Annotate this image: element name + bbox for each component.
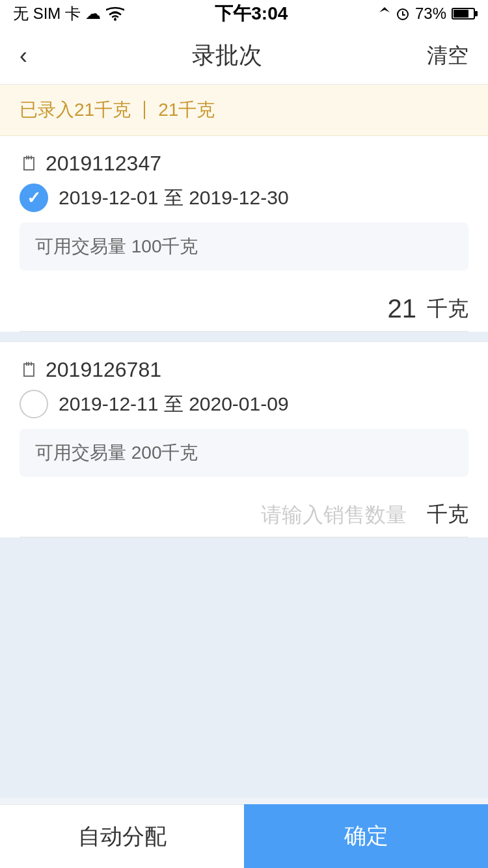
- status-time: 下午3:04: [215, 1, 288, 26]
- page-title: 录批次: [192, 40, 262, 72]
- batch-1-available: 可用交易量 100千克: [20, 223, 468, 271]
- batch-1-icon: 🗒: [20, 153, 39, 175]
- battery-icon: [452, 8, 475, 20]
- sim-label: 无 SIM 卡 ☁: [13, 3, 101, 24]
- status-bar: 无 SIM 卡 ☁ 下午3:04 73%: [0, 0, 488, 27]
- batch-item-1: 🗒 2019112347 2019-12-01 至 2019-12-30 可用交…: [0, 136, 488, 332]
- clear-button[interactable]: 清空: [427, 42, 468, 70]
- summary-amount: 21千克: [158, 98, 215, 122]
- battery-percent: 73%: [415, 5, 446, 23]
- empty-area: [0, 537, 488, 798]
- summary-divider: [144, 101, 145, 119]
- batch-1-id: 2019112347: [46, 152, 161, 176]
- batch-2-date-row: 2019-12-11 至 2020-01-09: [20, 390, 468, 418]
- svg-point-0: [114, 18, 116, 21]
- batch-2-id: 2019126781: [46, 358, 161, 382]
- batch-1-quantity-unit: 千克: [427, 295, 468, 323]
- batch-1-radio[interactable]: [20, 183, 48, 212]
- batch-2-quantity-input[interactable]: [20, 503, 416, 527]
- summary-bar: 已录入21千克 21千克: [0, 85, 488, 136]
- nav-bar: ‹ 录批次 清空: [0, 27, 488, 85]
- batch-1-date-row: 2019-12-01 至 2019-12-30: [20, 183, 468, 212]
- batch-2-unit: 千克: [427, 500, 468, 529]
- wifi-icon: [106, 7, 124, 21]
- batch-item-2: 🗒 2019126781 2019-12-11 至 2020-01-09 可用交…: [0, 342, 488, 537]
- confirm-button[interactable]: 确定: [244, 804, 488, 868]
- batch-1-quantity-row: 21 千克: [0, 284, 488, 323]
- summary-recorded-label: 已录入21千克: [20, 98, 131, 122]
- batch-1-header: 🗒 2019112347: [20, 152, 468, 176]
- alarm-icon: [396, 7, 410, 21]
- batch-2-icon: 🗒: [20, 359, 39, 381]
- status-left: 无 SIM 卡 ☁: [13, 3, 124, 24]
- back-button[interactable]: ‹: [20, 42, 27, 70]
- section-divider: [0, 332, 488, 342]
- batch-2-date: 2019-12-11 至 2020-01-09: [59, 391, 289, 418]
- batch-1-date: 2019-12-01 至 2019-12-30: [59, 185, 289, 211]
- batch-2-radio[interactable]: [20, 390, 48, 418]
- batch-2-input-row: 千克: [0, 490, 488, 529]
- bottom-bar: 自动分配 确定: [0, 804, 488, 868]
- auto-distribute-button[interactable]: 自动分配: [0, 804, 244, 868]
- batch-1-quantity-value: 21: [388, 294, 417, 323]
- batch-2-available: 可用交易量 200千克: [20, 429, 468, 477]
- status-right: 73%: [379, 5, 475, 23]
- batch-2-header: 🗒 2019126781: [20, 358, 468, 382]
- location-icon: [379, 7, 390, 21]
